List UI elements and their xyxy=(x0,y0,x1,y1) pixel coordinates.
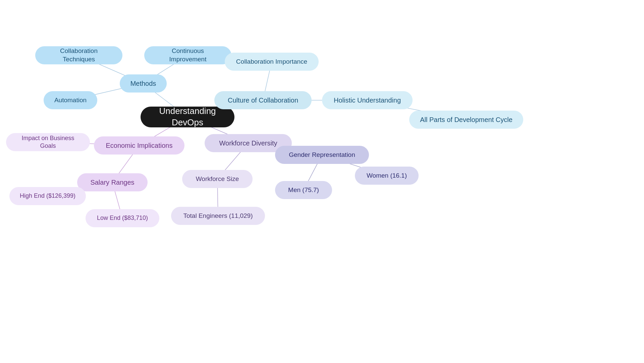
total-engineers-node[interactable]: Total Engineers (11,029) xyxy=(171,207,265,225)
all-parts-label: All Parts of Development Cycle xyxy=(420,115,513,124)
workforce-diversity-label: Workforce Diversity xyxy=(219,139,277,147)
economic-implications-node[interactable]: Economic Implications xyxy=(94,136,184,155)
women-label: Women (16.1) xyxy=(367,172,407,180)
low-end-node[interactable]: Low End ($83,710) xyxy=(86,209,159,227)
gender-representation-node[interactable]: Gender Representation xyxy=(275,146,369,164)
total-engineers-label: Total Engineers (11,029) xyxy=(183,212,253,220)
men-node[interactable]: Men (75.7) xyxy=(275,181,332,199)
salary-ranges-label: Salary Ranges xyxy=(90,178,134,187)
salary-ranges-node[interactable]: Salary Ranges xyxy=(77,173,148,191)
high-end-node[interactable]: High End ($126,399) xyxy=(9,187,86,205)
culture-collab-node[interactable]: Culture of Collaboration xyxy=(214,91,312,109)
collab-techniques-node[interactable]: Collaboration Techniques xyxy=(35,46,122,64)
workforce-size-label: Workforce Size xyxy=(196,175,239,183)
center-label: Understanding DevOps xyxy=(153,106,222,128)
gender-representation-label: Gender Representation xyxy=(289,151,355,159)
holistic-understanding-node[interactable]: Holistic Understanding xyxy=(322,91,413,109)
impact-business-node[interactable]: Impact on Business Goals xyxy=(6,133,90,151)
continuous-improvement-node[interactable]: Continuous Improvement xyxy=(144,46,231,64)
collab-importance-node[interactable]: Collaboration Importance xyxy=(225,53,319,71)
holistic-understanding-label: Holistic Understanding xyxy=(334,96,401,105)
collab-importance-label: Collaboration Importance xyxy=(236,58,307,66)
all-parts-node[interactable]: All Parts of Development Cycle xyxy=(409,111,523,129)
low-end-label: Low End ($83,710) xyxy=(97,214,148,222)
methods-label: Methods xyxy=(130,79,156,88)
automation-node[interactable]: Automation xyxy=(44,91,97,109)
methods-node[interactable]: Methods xyxy=(120,74,167,93)
workforce-size-node[interactable]: Workforce Size xyxy=(182,170,253,188)
center-node[interactable]: Understanding DevOps xyxy=(141,107,234,127)
economic-implications-label: Economic Implications xyxy=(106,141,173,150)
women-node[interactable]: Women (16.1) xyxy=(355,167,419,185)
automation-label: Automation xyxy=(54,96,87,105)
men-label: Men (75.7) xyxy=(288,186,319,194)
continuous-improvement-label: Continuous Improvement xyxy=(152,47,223,63)
high-end-label: High End ($126,399) xyxy=(20,192,75,200)
impact-business-label: Impact on Business Goals xyxy=(14,134,82,150)
collab-techniques-label: Collaboration Techniques xyxy=(43,47,114,63)
culture-collab-label: Culture of Collaboration xyxy=(228,96,298,105)
